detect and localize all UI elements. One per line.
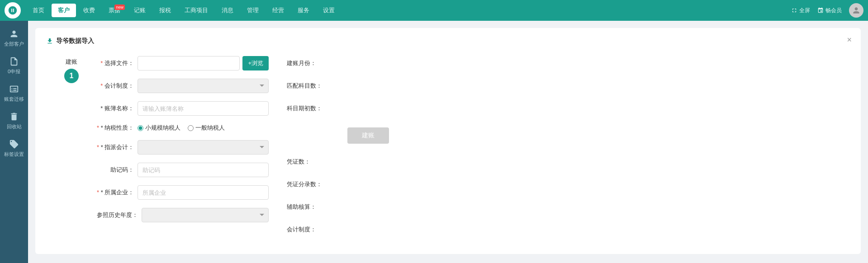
tax-type-radio-group: 小规模纳税人 一般纳税人 bbox=[138, 124, 225, 132]
dialog-card: 导爷数据导入 × 建账 1 选择文件： +浏览 bbox=[35, 28, 861, 254]
nav-item-bookkeeping[interactable]: 记账 bbox=[128, 4, 152, 17]
voucher-count-row: 凭证数： bbox=[287, 155, 450, 169]
nav-item-settings[interactable]: 设置 bbox=[317, 4, 341, 17]
voucher-entries-label: 凭证分录数： bbox=[287, 180, 332, 188]
memo-input[interactable] bbox=[138, 163, 269, 177]
nav-item-operations[interactable]: 经营 bbox=[266, 4, 290, 17]
file-control-wrap: +浏览 bbox=[138, 56, 269, 70]
file-input[interactable] bbox=[138, 56, 240, 70]
sidebar-item-tag-settings[interactable]: 标签设置 bbox=[2, 136, 26, 161]
accounting-system-label: 会计制度： bbox=[97, 82, 138, 90]
accountant-row: * 指派会计： bbox=[97, 140, 269, 155]
new-badge: new bbox=[114, 5, 125, 10]
step-circle: 1 bbox=[64, 69, 79, 83]
tax-type-row: * 纳税性质： 小规模纳税人 一般纳税人 bbox=[97, 124, 269, 132]
create-account-button[interactable]: 建账 bbox=[347, 127, 389, 144]
file-label: 选择文件： bbox=[97, 59, 138, 67]
nav-item-business[interactable]: 工商项目 bbox=[178, 4, 214, 17]
layout: 全部客户 0申报 账套迁移 回收站 标签设置 导爷数据导入 × bbox=[0, 21, 868, 263]
sidebar-item-all-customers[interactable]: 全部客户 bbox=[2, 25, 26, 51]
accounting-system-row: 会计制度： bbox=[97, 79, 269, 93]
vip-btn[interactable]: 畅会员 bbox=[817, 7, 842, 14]
fullscreen-btn[interactable]: 全屏 bbox=[791, 7, 810, 14]
nav-item-invoices[interactable]: 票据 new bbox=[102, 4, 127, 17]
ledger-name-input[interactable] bbox=[138, 101, 269, 116]
sidebar-item-account-migrate[interactable]: 账套迁移 bbox=[2, 80, 26, 106]
user-avatar[interactable] bbox=[849, 3, 863, 18]
nav-item-messages[interactable]: 消息 bbox=[215, 4, 240, 17]
general-taxpayer-option[interactable]: 一般纳税人 bbox=[188, 124, 225, 132]
accountant-select[interactable] bbox=[138, 140, 269, 155]
general-taxpayer-radio[interactable] bbox=[188, 125, 194, 131]
nav-items: 首页 客户 收费 票据 new 记账 报税 工商项目 消息 管理 经营 服务 设… bbox=[26, 4, 791, 17]
logo bbox=[5, 2, 21, 19]
nav-item-admin[interactable]: 管理 bbox=[241, 4, 265, 17]
right-accounting-system-row: 会计制度： bbox=[287, 222, 450, 237]
auxiliary-label: 辅助核算： bbox=[287, 203, 332, 211]
ledger-name-label: * 账簿名称： bbox=[97, 104, 138, 113]
sidebar-item-declaration[interactable]: 0申报 bbox=[2, 53, 26, 79]
navbar: 首页 客户 收费 票据 new 记账 报税 工商项目 消息 管理 经营 服务 设… bbox=[0, 0, 868, 21]
match-accounts-row: 匹配科目数： bbox=[287, 79, 450, 93]
accountant-label: * 指派会计： bbox=[97, 143, 138, 151]
nav-item-customers[interactable]: 客户 bbox=[52, 4, 76, 17]
ledger-name-row: * 账簿名称： bbox=[97, 101, 269, 116]
company-label: * 所属企业： bbox=[97, 188, 138, 197]
dialog-title: 导爷数据导入 bbox=[46, 37, 850, 45]
memo-row: 助记码： bbox=[97, 163, 269, 177]
sidebar-item-trash[interactable]: 回收站 bbox=[2, 108, 26, 134]
tax-type-label: * 纳税性质： bbox=[97, 124, 138, 132]
step-indicator: 建账 1 bbox=[64, 56, 79, 245]
small-taxpayer-radio[interactable] bbox=[138, 125, 143, 131]
period-initial-label: 科目期初数： bbox=[287, 104, 332, 113]
accounting-system-select[interactable] bbox=[138, 79, 269, 93]
small-taxpayer-option[interactable]: 小规模纳税人 bbox=[138, 124, 180, 132]
create-btn-container: 建账 bbox=[287, 124, 450, 144]
voucher-entries-row: 凭证分录数： bbox=[287, 177, 450, 192]
company-input[interactable] bbox=[138, 185, 269, 200]
form-left: 选择文件： +浏览 会计制度： bbox=[97, 56, 269, 245]
auxiliary-row: 辅助核算： bbox=[287, 200, 450, 214]
history-year-label: 参照历史年度： bbox=[97, 211, 142, 219]
browse-button[interactable]: +浏览 bbox=[242, 56, 269, 70]
history-year-row: 参照历史年度： bbox=[97, 208, 269, 222]
file-row: 选择文件： +浏览 bbox=[97, 56, 269, 70]
nav-item-fees[interactable]: 收费 bbox=[77, 4, 101, 17]
match-accounts-label: 匹配科目数： bbox=[287, 82, 332, 90]
nav-item-services[interactable]: 服务 bbox=[291, 4, 316, 17]
form-right: 建账月份： 匹配科目数： 科目期初数： 建账 bbox=[287, 56, 450, 245]
import-icon bbox=[46, 38, 53, 45]
month-label: 建账月份： bbox=[287, 59, 332, 67]
period-initial-row: 科目期初数： bbox=[287, 101, 450, 116]
voucher-count-label: 凭证数： bbox=[287, 158, 332, 166]
sidebar: 全部客户 0申报 账套迁移 回收站 标签设置 bbox=[0, 21, 28, 263]
company-row: * 所属企业： bbox=[97, 185, 269, 200]
month-row: 建账月份： bbox=[287, 56, 450, 70]
form-container: 建账 1 选择文件： +浏览 会计制度： bbox=[46, 56, 850, 245]
nav-item-tax[interactable]: 报税 bbox=[153, 4, 177, 17]
right-accounting-system-label: 会计制度： bbox=[287, 225, 332, 234]
history-year-select[interactable] bbox=[142, 208, 269, 222]
memo-label: 助记码： bbox=[97, 166, 138, 174]
navbar-right: 全屏 畅会员 bbox=[791, 3, 863, 18]
nav-item-home[interactable]: 首页 bbox=[26, 4, 51, 17]
close-button[interactable]: × bbox=[847, 35, 852, 45]
main-content: 导爷数据导入 × 建账 1 选择文件： +浏览 bbox=[28, 21, 868, 263]
